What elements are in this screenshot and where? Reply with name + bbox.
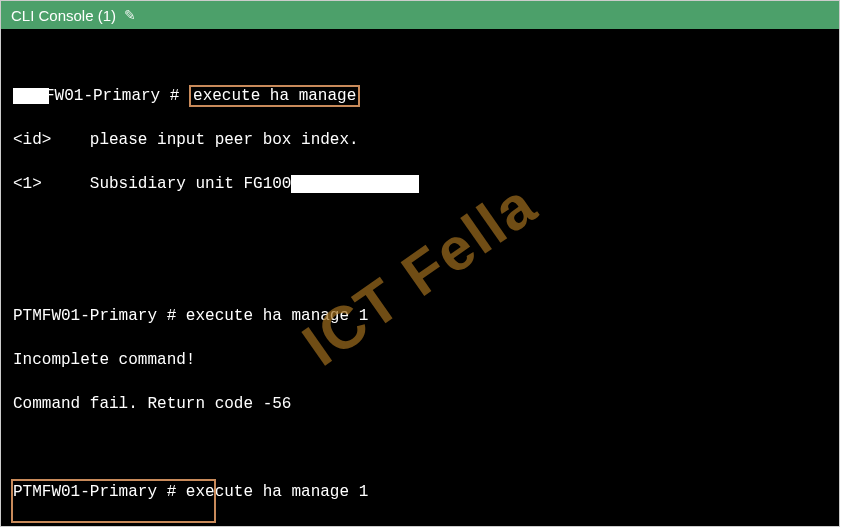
- terminal-line: PTMFW01-Primary # execute ha manage 1: [13, 481, 827, 503]
- title-bar: CLI Console (1) ✎: [1, 1, 839, 29]
- terminal-line: Incomplete command!: [13, 349, 827, 371]
- window-title: CLI Console (1): [11, 7, 116, 24]
- edit-icon[interactable]: ✎: [124, 7, 136, 23]
- terminal-line: [13, 437, 827, 459]
- terminal-line: FW01-Primary # execute ha manage: [13, 85, 827, 107]
- terminal-line: [13, 261, 827, 283]
- terminal-line: <string> Login admin name.: [13, 525, 827, 526]
- terminal-line: PTMFW01-Primary # execute ha manage 1: [13, 305, 827, 327]
- terminal-output[interactable]: ICT Fella FW01-Primary # execute ha mana…: [1, 29, 839, 526]
- terminal-line: [13, 217, 827, 239]
- cli-console-window: CLI Console (1) ✎ ICT Fella FW01-Primary…: [0, 0, 840, 527]
- terminal-line: Command fail. Return code -56: [13, 393, 827, 415]
- highlighted-command: execute ha manage: [189, 85, 360, 107]
- redaction-block: [13, 88, 49, 104]
- terminal-line: <id> please input peer box index.: [13, 129, 827, 151]
- terminal-line: <1> Subsidiary unit FG100: [13, 173, 827, 195]
- redaction-block: [291, 175, 419, 193]
